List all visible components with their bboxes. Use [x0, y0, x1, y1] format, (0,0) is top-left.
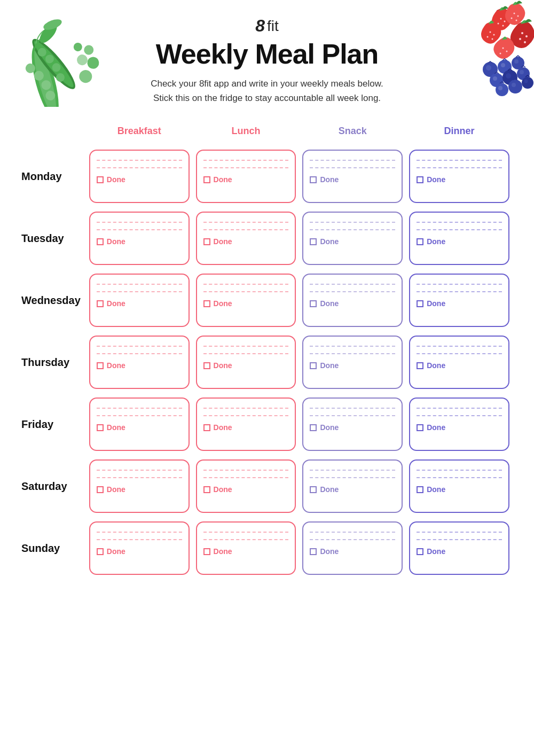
done-checkbox[interactable] — [203, 486, 210, 493]
done-row[interactable]: Done — [97, 237, 182, 246]
meal-box[interactable]: Done — [89, 336, 190, 389]
meal-box[interactable]: Done — [196, 150, 296, 203]
done-row[interactable]: Done — [310, 361, 395, 370]
done-row[interactable]: Done — [310, 485, 395, 494]
meal-box[interactable]: Done — [89, 459, 190, 513]
done-row[interactable]: Done — [310, 547, 395, 556]
done-row[interactable]: Done — [203, 547, 289, 556]
done-row[interactable]: Done — [203, 237, 289, 246]
done-checkbox[interactable] — [203, 362, 210, 369]
done-checkbox[interactable] — [97, 176, 104, 183]
meal-cell-wednesday-snack[interactable]: Done — [299, 269, 406, 331]
meal-box[interactable]: Done — [89, 398, 190, 451]
done-row[interactable]: Done — [417, 237, 502, 246]
done-checkbox[interactable] — [310, 300, 317, 307]
meal-cell-saturday-breakfast[interactable]: Done — [86, 455, 193, 517]
done-row[interactable]: Done — [97, 361, 182, 370]
done-checkbox[interactable] — [417, 548, 423, 555]
meal-cell-monday-breakfast[interactable]: Done — [86, 145, 193, 207]
meal-cell-monday-dinner[interactable]: Done — [406, 145, 513, 207]
done-checkbox[interactable] — [417, 238, 423, 245]
done-row[interactable]: Done — [97, 175, 182, 184]
meal-cell-tuesday-snack[interactable]: Done — [299, 207, 406, 269]
meal-cell-sunday-lunch[interactable]: Done — [193, 517, 300, 579]
done-row[interactable]: Done — [97, 485, 182, 494]
meal-cell-wednesday-lunch[interactable]: Done — [193, 269, 300, 331]
meal-box[interactable]: Done — [302, 150, 403, 203]
meal-box[interactable]: Done — [89, 212, 190, 265]
meal-box[interactable]: Done — [409, 336, 509, 389]
meal-cell-saturday-dinner[interactable]: Done — [406, 455, 513, 517]
meal-box[interactable]: Done — [409, 212, 509, 265]
meal-cell-tuesday-breakfast[interactable]: Done — [86, 207, 193, 269]
done-checkbox[interactable] — [417, 176, 423, 183]
meal-cell-thursday-breakfast[interactable]: Done — [86, 331, 193, 393]
done-checkbox[interactable] — [203, 238, 210, 245]
meal-box[interactable]: Done — [302, 521, 403, 575]
meal-box[interactable]: Done — [196, 274, 296, 327]
done-row[interactable]: Done — [203, 361, 289, 370]
meal-cell-monday-snack[interactable]: Done — [299, 145, 406, 207]
done-row[interactable]: Done — [417, 299, 502, 308]
meal-cell-thursday-snack[interactable]: Done — [299, 331, 406, 393]
done-row[interactable]: Done — [97, 299, 182, 308]
meal-cell-monday-lunch[interactable]: Done — [193, 145, 300, 207]
done-row[interactable]: Done — [417, 361, 502, 370]
meal-cell-friday-lunch[interactable]: Done — [193, 393, 300, 455]
meal-box[interactable]: Done — [89, 274, 190, 327]
done-checkbox[interactable] — [417, 362, 423, 369]
done-checkbox[interactable] — [310, 548, 317, 555]
meal-cell-friday-snack[interactable]: Done — [299, 393, 406, 455]
done-checkbox[interactable] — [203, 548, 210, 555]
meal-cell-saturday-snack[interactable]: Done — [299, 455, 406, 517]
meal-box[interactable]: Done — [302, 459, 403, 513]
meal-cell-wednesday-breakfast[interactable]: Done — [86, 269, 193, 331]
done-checkbox[interactable] — [97, 362, 104, 369]
meal-box[interactable]: Done — [302, 336, 403, 389]
done-checkbox[interactable] — [310, 486, 317, 493]
meal-box[interactable]: Done — [196, 336, 296, 389]
done-row[interactable]: Done — [310, 237, 395, 246]
done-checkbox[interactable] — [203, 424, 210, 431]
meal-cell-saturday-lunch[interactable]: Done — [193, 455, 300, 517]
meal-box[interactable]: Done — [196, 521, 296, 575]
done-checkbox[interactable] — [417, 486, 423, 493]
meal-cell-wednesday-dinner[interactable]: Done — [406, 269, 513, 331]
meal-cell-tuesday-lunch[interactable]: Done — [193, 207, 300, 269]
meal-box[interactable]: Done — [196, 459, 296, 513]
meal-cell-thursday-lunch[interactable]: Done — [193, 331, 300, 393]
done-checkbox[interactable] — [97, 238, 104, 245]
done-row[interactable]: Done — [203, 175, 289, 184]
meal-box[interactable]: Done — [302, 212, 403, 265]
done-checkbox[interactable] — [310, 238, 317, 245]
meal-box[interactable]: Done — [409, 459, 509, 513]
done-row[interactable]: Done — [417, 547, 502, 556]
done-checkbox[interactable] — [203, 300, 210, 307]
done-checkbox[interactable] — [417, 424, 423, 431]
done-row[interactable]: Done — [97, 547, 182, 556]
done-checkbox[interactable] — [97, 424, 104, 431]
meal-cell-thursday-dinner[interactable]: Done — [406, 331, 513, 393]
meal-cell-tuesday-dinner[interactable]: Done — [406, 207, 513, 269]
meal-cell-sunday-breakfast[interactable]: Done — [86, 517, 193, 579]
done-row[interactable]: Done — [310, 175, 395, 184]
done-row[interactable]: Done — [203, 423, 289, 432]
done-row[interactable]: Done — [417, 175, 502, 184]
done-checkbox[interactable] — [97, 548, 104, 555]
meal-box[interactable]: Done — [196, 212, 296, 265]
done-row[interactable]: Done — [203, 485, 289, 494]
done-checkbox[interactable] — [203, 176, 210, 183]
meal-box[interactable]: Done — [302, 274, 403, 327]
done-row[interactable]: Done — [310, 299, 395, 308]
meal-box[interactable]: Done — [409, 274, 509, 327]
done-row[interactable]: Done — [417, 423, 502, 432]
done-row[interactable]: Done — [97, 423, 182, 432]
done-row[interactable]: Done — [310, 423, 395, 432]
meal-box[interactable]: Done — [409, 521, 509, 575]
meal-cell-sunday-snack[interactable]: Done — [299, 517, 406, 579]
meal-box[interactable]: Done — [89, 521, 190, 575]
done-row[interactable]: Done — [203, 299, 289, 308]
done-row[interactable]: Done — [417, 485, 502, 494]
meal-box[interactable]: Done — [409, 150, 509, 203]
meal-cell-friday-breakfast[interactable]: Done — [86, 393, 193, 455]
